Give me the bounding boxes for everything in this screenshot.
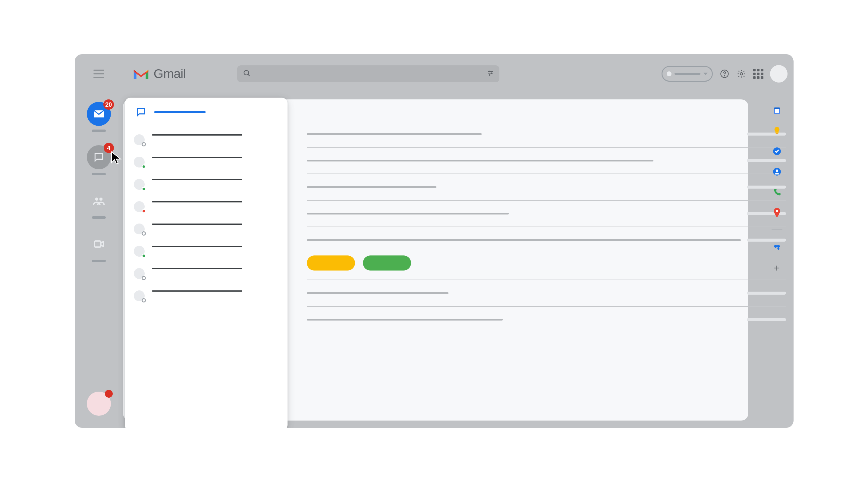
svg-point-7 (489, 74, 490, 76)
side-app-maps[interactable] (772, 208, 782, 218)
search-icon (243, 69, 251, 78)
main-content (123, 99, 748, 421)
svg-point-5 (488, 71, 490, 72)
google-apps-button[interactable] (753, 69, 764, 79)
svg-rect-16 (774, 107, 780, 109)
svg-point-12 (99, 198, 102, 201)
chat-unread-badge: 4 (104, 143, 114, 153)
label-chip-yellow[interactable] (307, 255, 355, 270)
presence-online-icon (142, 187, 146, 191)
rail-label-placeholder (92, 173, 106, 175)
chat-contact-row[interactable] (134, 224, 278, 234)
contact-avatar (134, 246, 145, 257)
side-panel: + (761, 93, 794, 428)
presence-away-icon (142, 298, 146, 302)
contact-text-placeholder (152, 157, 278, 158)
chevron-down-icon (704, 73, 708, 75)
contact-avatar (134, 224, 145, 234)
rail-item-meet[interactable] (87, 232, 111, 262)
contact-text-placeholder (152, 224, 278, 225)
side-app-addons[interactable] (772, 242, 782, 252)
rail-item-mail[interactable]: 20 (87, 102, 111, 132)
svg-rect-15 (775, 109, 779, 113)
message-row[interactable] (307, 173, 786, 200)
presence-online-icon (142, 164, 146, 169)
side-app-keep[interactable] (772, 126, 782, 135)
main-menu-button[interactable] (75, 54, 123, 93)
svg-rect-13 (94, 241, 101, 247)
chat-panel (125, 98, 287, 428)
chat-contact-row[interactable] (134, 201, 278, 212)
search-options-icon[interactable] (487, 70, 494, 78)
message-row[interactable] (307, 306, 786, 332)
status-selector[interactable] (661, 66, 713, 82)
rail-label-placeholder (92, 130, 106, 132)
svg-point-23 (777, 245, 780, 248)
chat-contact-row[interactable] (134, 268, 278, 279)
message-row[interactable] (307, 133, 786, 147)
message-row[interactable] (307, 227, 786, 253)
message-subject-placeholder (307, 319, 503, 321)
contact-text-placeholder (152, 290, 278, 292)
search-bar[interactable] (237, 65, 499, 82)
contact-text-placeholder (152, 134, 278, 135)
contact-avatar (134, 290, 145, 301)
side-app-voice[interactable] (772, 187, 782, 197)
chat-contact-row[interactable] (134, 134, 278, 145)
gmail-logo-icon (132, 67, 150, 81)
contact-avatar (134, 201, 145, 212)
rail-item-spaces[interactable] (87, 189, 111, 219)
chat-tab[interactable] (135, 107, 147, 118)
chat-icon: 4 (87, 145, 111, 169)
message-row[interactable] (307, 280, 786, 306)
meet-icon (87, 232, 111, 256)
svg-point-21 (776, 210, 778, 212)
account-avatar[interactable] (770, 65, 787, 83)
svg-point-11 (95, 198, 98, 201)
app-logo-area[interactable]: Gmail (132, 67, 186, 81)
rail-item-chat[interactable]: 4 (87, 145, 111, 175)
rail-label-placeholder (92, 216, 106, 219)
spaces-icon (87, 189, 111, 213)
chat-contact-list (134, 134, 278, 301)
svg-point-22 (774, 245, 777, 248)
message-list (292, 99, 794, 421)
nav-rail: 20 4 (75, 93, 123, 428)
contact-text-placeholder (152, 201, 278, 202)
side-app-calendar[interactable] (772, 105, 782, 115)
chat-contact-row[interactable] (134, 290, 278, 301)
chat-contact-row[interactable] (134, 157, 278, 167)
profile-avatar-icon (87, 392, 111, 416)
side-app-contacts[interactable] (772, 167, 782, 176)
svg-rect-17 (775, 133, 778, 134)
contact-avatar (134, 268, 145, 279)
label-chip-green[interactable] (363, 255, 411, 270)
mail-unread-badge: 20 (103, 99, 114, 110)
side-add-button[interactable]: + (774, 263, 780, 273)
message-row[interactable] (307, 200, 786, 227)
presence-dnd-icon (142, 209, 146, 213)
chat-contact-row[interactable] (134, 246, 278, 257)
side-divider (772, 230, 782, 230)
header-actions (661, 65, 787, 83)
search-input[interactable] (251, 70, 487, 78)
message-subject-placeholder (307, 239, 741, 241)
header-bar: Gmail (75, 54, 794, 93)
rail-profile[interactable] (87, 392, 111, 416)
support-button[interactable] (719, 69, 730, 79)
contact-avatar (134, 157, 145, 167)
svg-point-9 (724, 75, 725, 76)
chat-contact-row[interactable] (134, 179, 278, 190)
settings-button[interactable] (736, 69, 747, 79)
app-name-label: Gmail (154, 67, 186, 81)
message-subject-placeholder (307, 213, 509, 215)
status-label-placeholder (675, 73, 701, 75)
hamburger-icon (93, 70, 104, 78)
message-row[interactable] (307, 147, 786, 173)
svg-point-20 (775, 169, 778, 172)
contact-avatar (134, 134, 145, 145)
message-subject-placeholder (307, 186, 436, 188)
chat-tab-bar (134, 106, 278, 118)
side-app-tasks[interactable] (772, 147, 782, 156)
chat-tab-label-placeholder (154, 111, 206, 113)
